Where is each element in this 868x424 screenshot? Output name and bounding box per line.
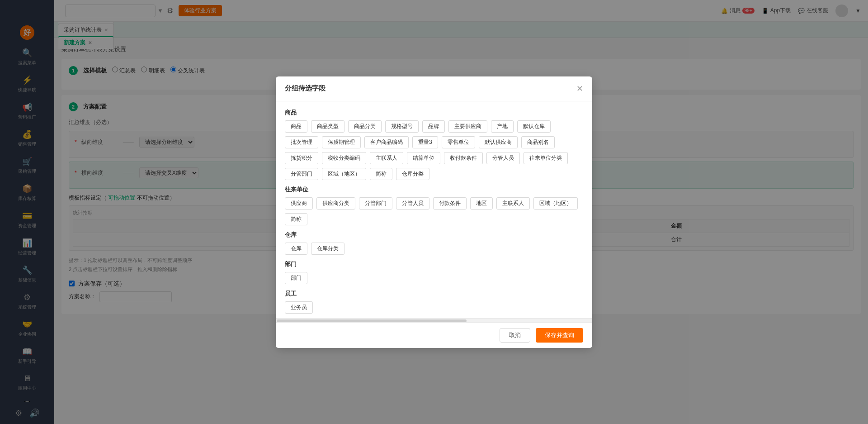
field-tag-重量3[interactable]: 重量3 bbox=[412, 136, 438, 148]
field-tag-分管人员[interactable]: 分管人员 bbox=[396, 197, 429, 210]
field-tag-商品分类[interactable]: 商品分类 bbox=[348, 120, 382, 133]
field-grid-仓库: 仓库仓库分类 bbox=[285, 243, 583, 255]
section-title-员工: 员工 bbox=[285, 290, 583, 298]
field-tag-部门[interactable]: 部门 bbox=[285, 272, 307, 284]
field-tag-主联系人[interactable]: 主联系人 bbox=[370, 152, 403, 164]
field-tag-商品[interactable]: 商品 bbox=[285, 120, 307, 133]
modal-title: 分组待选字段 bbox=[285, 84, 326, 93]
field-tag-主要供应商[interactable]: 主要供应商 bbox=[448, 120, 487, 133]
field-tag-付款条件[interactable]: 付款条件 bbox=[433, 197, 467, 210]
field-tag-保质期管理[interactable]: 保质期管理 bbox=[322, 136, 361, 148]
horizontal-scrollbar[interactable] bbox=[276, 318, 592, 322]
field-tag-批次管理[interactable]: 批次管理 bbox=[285, 136, 318, 148]
field-tag-分管部门[interactable]: 分管部门 bbox=[359, 197, 392, 210]
field-tag-拣货积分[interactable]: 拣货积分 bbox=[285, 152, 318, 164]
field-tag-收付款条件[interactable]: 收付款条件 bbox=[444, 152, 483, 164]
scrollbar-thumb[interactable] bbox=[277, 319, 467, 322]
field-grid-员工: 业务员 bbox=[285, 301, 583, 314]
field-tag-简称[interactable]: 简称 bbox=[285, 213, 307, 225]
section-title-往来单位: 往来单位 bbox=[285, 186, 583, 194]
field-tag-品牌[interactable]: 品牌 bbox=[422, 120, 445, 133]
field-select-modal: 分组待选字段 ✕ 商品商品商品类型商品分类规格型号品牌主要供应商产地默认仓库批次… bbox=[276, 76, 592, 348]
field-tag-客户商品编码[interactable]: 客户商品编码 bbox=[364, 136, 409, 148]
field-tag-业务员[interactable]: 业务员 bbox=[285, 301, 313, 314]
section-title-仓库: 仓库 bbox=[285, 231, 583, 239]
field-grid-商品: 商品商品类型商品分类规格型号品牌主要供应商产地默认仓库批次管理保质期管理客户商品… bbox=[285, 120, 583, 180]
field-tag-简称[interactable]: 简称 bbox=[370, 168, 392, 180]
modal-overlay: 分组待选字段 ✕ 商品商品商品类型商品分类规格型号品牌主要供应商产地默认仓库批次… bbox=[0, 0, 868, 424]
field-tag-供应商[interactable]: 供应商 bbox=[285, 197, 313, 210]
cancel-button[interactable]: 取消 bbox=[500, 328, 530, 343]
field-tag-仓库[interactable]: 仓库 bbox=[285, 243, 307, 255]
modal-close-button[interactable]: ✕ bbox=[576, 84, 583, 94]
field-tag-区域（地区）[interactable]: 区域（地区） bbox=[533, 197, 578, 210]
field-tag-零售单位[interactable]: 零售单位 bbox=[442, 136, 475, 148]
field-tag-地区[interactable]: 地区 bbox=[470, 197, 493, 210]
field-tag-默认供应商[interactable]: 默认供应商 bbox=[479, 136, 518, 148]
field-tag-商品类型[interactable]: 商品类型 bbox=[311, 120, 344, 133]
field-tag-默认仓库[interactable]: 默认仓库 bbox=[517, 120, 551, 133]
field-tag-区域（地区）[interactable]: 区域（地区） bbox=[322, 168, 366, 180]
field-tag-结算单位[interactable]: 结算单位 bbox=[407, 152, 440, 164]
field-tag-分管部门[interactable]: 分管部门 bbox=[285, 168, 318, 180]
modal-footer: 取消 保存并查询 bbox=[276, 322, 592, 348]
modal-header: 分组待选字段 ✕ bbox=[276, 76, 592, 101]
field-tag-产地[interactable]: 产地 bbox=[491, 120, 514, 133]
field-tag-仓库分类[interactable]: 仓库分类 bbox=[396, 168, 429, 180]
field-tag-税收分类编码[interactable]: 税收分类编码 bbox=[322, 152, 366, 164]
field-grid-部门: 部门 bbox=[285, 272, 583, 284]
field-tag-主联系人[interactable]: 主联系人 bbox=[496, 197, 530, 210]
section-title-商品: 商品 bbox=[285, 109, 583, 117]
save-query-button[interactable]: 保存并查询 bbox=[536, 328, 583, 343]
field-tag-往来单位分类[interactable]: 往来单位分类 bbox=[524, 152, 568, 164]
field-tag-分管人员[interactable]: 分管人员 bbox=[486, 152, 520, 164]
field-grid-往来单位: 供应商供应商分类分管部门分管人员付款条件地区主联系人区域（地区）简称 bbox=[285, 197, 583, 225]
section-title-部门: 部门 bbox=[285, 260, 583, 268]
field-tag-供应商分类[interactable]: 供应商分类 bbox=[316, 197, 355, 210]
field-tag-仓库分类[interactable]: 仓库分类 bbox=[311, 243, 344, 255]
modal-body: 商品商品商品类型商品分类规格型号品牌主要供应商产地默认仓库批次管理保质期管理客户… bbox=[276, 101, 592, 319]
field-tag-规格型号[interactable]: 规格型号 bbox=[385, 120, 419, 133]
field-tag-商品别名[interactable]: 商品别名 bbox=[521, 136, 555, 148]
